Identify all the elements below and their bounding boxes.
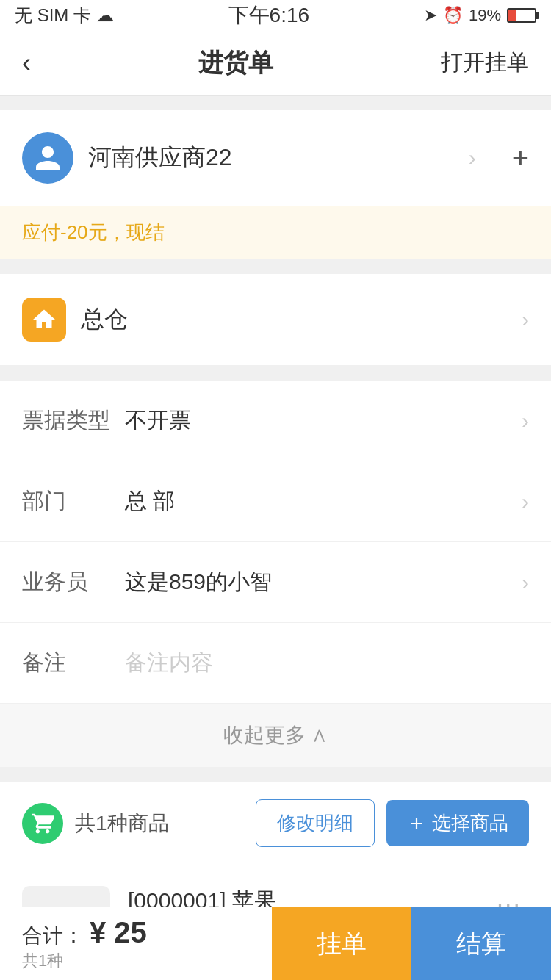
total-main: 合计： ¥ 25 bbox=[22, 916, 250, 950]
status-left: 无 SIM 卡 ☁ bbox=[15, 4, 114, 27]
invoice-type-label: 票据类型 bbox=[22, 406, 125, 436]
salesperson-row[interactable]: 业务员 这是859的小智 › bbox=[0, 542, 551, 623]
department-value: 总 部 bbox=[125, 486, 522, 516]
product-count-label: 共1种商品 bbox=[75, 810, 256, 837]
product-header-icon bbox=[22, 803, 63, 844]
cart-icon bbox=[31, 812, 54, 835]
select-product-label: 选择商品 bbox=[432, 810, 508, 836]
invoice-type-chevron-icon: › bbox=[522, 408, 529, 433]
edit-detail-button[interactable]: 修改明细 bbox=[256, 799, 375, 847]
supplier-row[interactable]: 河南供应商22 › + bbox=[0, 110, 551, 206]
status-right: ➤ ⏰ 19% bbox=[424, 6, 536, 25]
warehouse-label: 总仓 bbox=[81, 303, 522, 336]
warehouse-row[interactable]: 总仓 › bbox=[0, 274, 551, 366]
product-header: 共1种商品 修改明细 选择商品 bbox=[0, 782, 551, 865]
vertical-divider bbox=[494, 136, 494, 180]
battery-level: 19% bbox=[469, 6, 501, 25]
nav-bar: ‹ 进货单 打开挂单 bbox=[0, 31, 551, 96]
invoice-type-value: 不开票 bbox=[125, 406, 522, 436]
remark-label: 备注 bbox=[22, 648, 125, 678]
settle-button[interactable]: 结算 bbox=[411, 907, 551, 980]
warehouse-section: 总仓 › bbox=[0, 274, 551, 366]
add-supplier-button[interactable]: + bbox=[512, 143, 529, 173]
salesperson-label: 业务员 bbox=[22, 567, 125, 597]
bottom-bar: 合计： ¥ 25 共1种 挂单 结算 bbox=[0, 907, 551, 980]
sim-label: 无 SIM 卡 ☁ bbox=[15, 4, 114, 27]
bottom-total: 合计： ¥ 25 共1种 bbox=[0, 907, 272, 980]
invoice-type-row[interactable]: 票据类型 不开票 › bbox=[0, 381, 551, 461]
department-row[interactable]: 部门 总 部 › bbox=[0, 461, 551, 542]
supplier-section: 河南供应商22 › + 应付-20元，现结 bbox=[0, 110, 551, 259]
department-chevron-icon: › bbox=[522, 489, 529, 514]
total-sub: 共1种 bbox=[22, 950, 250, 972]
select-product-button[interactable]: 选择商品 bbox=[386, 800, 529, 846]
location-icon: ➤ bbox=[424, 6, 437, 25]
supplier-chevron-icon: › bbox=[469, 145, 476, 170]
status-bar: 无 SIM 卡 ☁ 下午6:16 ➤ ⏰ 19% bbox=[0, 0, 551, 31]
supplier-name: 河南供应商22 bbox=[88, 142, 469, 174]
section-gap-4 bbox=[0, 767, 551, 782]
back-button[interactable]: ‹ bbox=[22, 48, 31, 79]
section-gap-2 bbox=[0, 259, 551, 274]
section-gap-1 bbox=[0, 96, 551, 110]
warehouse-chevron-icon: › bbox=[522, 307, 529, 332]
collapse-button[interactable]: 收起更多 ∧ bbox=[0, 704, 551, 767]
salesperson-value: 这是859的小智 bbox=[125, 567, 522, 597]
page-title: 进货单 bbox=[198, 46, 273, 80]
status-time: 下午6:16 bbox=[228, 1, 310, 29]
open-hang-button[interactable]: 打开挂单 bbox=[441, 48, 529, 78]
section-gap-3 bbox=[0, 366, 551, 381]
warehouse-icon bbox=[22, 298, 66, 342]
collapse-label: 收起更多 ∧ bbox=[223, 721, 328, 749]
hang-button[interactable]: 挂单 bbox=[272, 907, 411, 980]
home-icon bbox=[31, 306, 57, 333]
person-icon bbox=[33, 143, 62, 173]
notice-banner: 应付-20元，现结 bbox=[0, 206, 551, 259]
remark-row[interactable]: 备注 备注内容 bbox=[0, 623, 551, 704]
total-label: 合计： bbox=[22, 922, 84, 950]
battery-icon bbox=[507, 8, 536, 23]
supplier-avatar bbox=[22, 132, 73, 184]
salesperson-chevron-icon: › bbox=[522, 570, 529, 595]
add-product-icon bbox=[407, 814, 426, 833]
department-label: 部门 bbox=[22, 486, 125, 516]
form-section: 票据类型 不开票 › 部门 总 部 › 业务员 这是859的小智 › 备注 备注… bbox=[0, 381, 551, 704]
remark-placeholder: 备注内容 bbox=[125, 648, 529, 678]
total-amount: ¥ 25 bbox=[90, 916, 147, 949]
alarm-icon: ⏰ bbox=[443, 6, 463, 25]
